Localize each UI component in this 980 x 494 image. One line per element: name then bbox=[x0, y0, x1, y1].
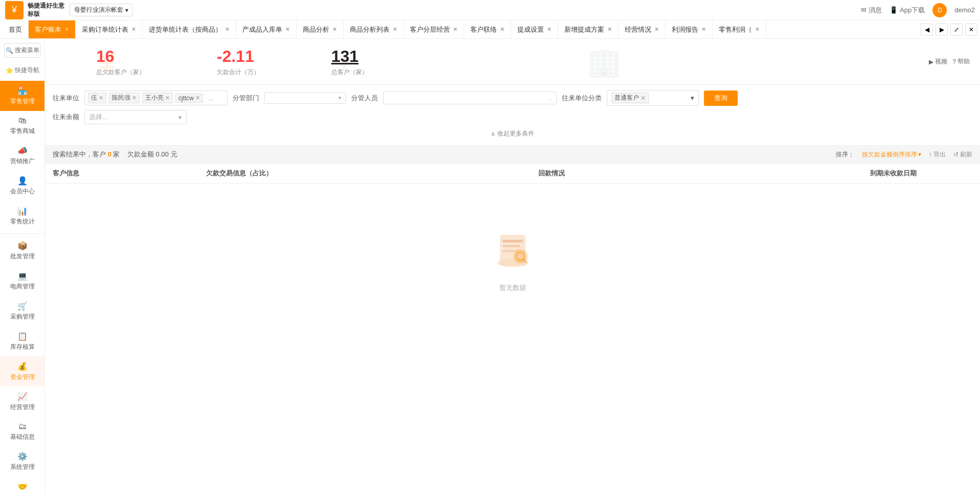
marketing-icon: 📣 bbox=[17, 146, 28, 155]
help-icon: ? bbox=[952, 58, 956, 65]
close-icon[interactable]: ✕ bbox=[500, 26, 505, 33]
play-icon: ▶ bbox=[929, 58, 933, 65]
data-table: 客户信息 欠款交易信息（占比） 回款情况 到期未收款日期 bbox=[45, 164, 980, 494]
sidebar-item-marketing[interactable]: 📣 营销推广 bbox=[0, 141, 44, 171]
sidebar-item-wholesale[interactable]: 📦 批发管理 bbox=[0, 236, 44, 266]
close-icon[interactable]: ✕ bbox=[285, 26, 290, 33]
collapse-button[interactable]: ∧ 收起更多条件 bbox=[53, 127, 972, 140]
sidebar-item-member[interactable]: 👤 会员中心 bbox=[0, 171, 44, 201]
ellipsis-icon: ... bbox=[546, 94, 552, 102]
close-icon[interactable]: ✕ bbox=[547, 26, 552, 33]
remove-tag-wu[interactable]: ✕ bbox=[99, 95, 103, 101]
search-menu-button[interactable]: 🔍 搜索菜单 bbox=[4, 43, 40, 58]
close-icon[interactable]: ✕ bbox=[131, 26, 136, 33]
corp-icon: 🤝 bbox=[17, 482, 28, 491]
close-icon[interactable]: ✕ bbox=[64, 26, 69, 33]
sidebar-item-ecommerce[interactable]: 💻 电商管理 bbox=[0, 266, 44, 296]
chevron-down-icon: ▾ bbox=[178, 114, 182, 121]
nav-right-arrow[interactable]: ▶ bbox=[936, 24, 948, 36]
close-icon[interactable]: ✕ bbox=[332, 26, 337, 33]
sidebar-divider bbox=[0, 233, 44, 234]
close-icon[interactable]: ✕ bbox=[453, 26, 458, 33]
tab-customer-account[interactable]: 客户账本 ✕ bbox=[29, 20, 76, 39]
dept-filter-select[interactable]: ▾ bbox=[264, 92, 346, 104]
tab-product-storage[interactable]: 产成品入库单 ✕ bbox=[236, 20, 297, 39]
results-bar: 搜索结果中，客户 0 家 欠款金额 0.00 元 排序： 按欠款金额倒序排序 ▾… bbox=[45, 146, 980, 164]
avatar[interactable]: D bbox=[932, 3, 947, 17]
tab-new-commission[interactable]: 新增提成方案 ✕ bbox=[558, 20, 619, 39]
amount-filter-select[interactable]: 选择... ▾ bbox=[84, 110, 187, 124]
tab-purchase-order[interactable]: 采购订单统计表 ✕ bbox=[76, 20, 143, 39]
collapse-icon: ∧ bbox=[491, 130, 495, 138]
sidebar-item-purchase[interactable]: 🛒 采购管理 bbox=[0, 296, 44, 326]
unit-filter-tags[interactable]: 伍 ✕ 陈民强 ✕ 王小亮 ✕ cjttcw ✕ ... bbox=[84, 91, 227, 105]
close-icon[interactable]: ✕ bbox=[225, 26, 230, 33]
username: demo2 bbox=[954, 6, 975, 14]
star-icon: ⭐ bbox=[6, 67, 13, 74]
tab-home[interactable]: 首页 bbox=[3, 20, 29, 39]
tab-product-analysis-list[interactable]: 商品分析列表 ✕ bbox=[344, 20, 404, 39]
person-filter-input[interactable]: ... bbox=[383, 92, 557, 104]
sidebar-item-zero-retail[interactable]: 🏪 零售管理 bbox=[0, 81, 44, 111]
remove-tag-chenminqiang[interactable]: ✕ bbox=[132, 95, 136, 101]
logo-area: ¥ 畅捷通好生意 标版 bbox=[5, 1, 64, 19]
top-bar-right: ✉ 消息 📱 App下载 D demo2 bbox=[861, 3, 975, 17]
sort-label: 排序： bbox=[836, 150, 854, 159]
tab-business[interactable]: 经营情况 ✕ bbox=[619, 20, 666, 39]
store-selector[interactable]: 母婴行业演示帐套 ▾ bbox=[70, 4, 133, 16]
sidebar-item-zero-mall[interactable]: 🛍 零售商城 bbox=[0, 111, 44, 141]
help-link[interactable]: ? 帮助 bbox=[952, 57, 970, 66]
sidebar-item-system[interactable]: ⚙️ 系统管理 bbox=[0, 446, 44, 477]
filter-tag-more[interactable]: ... bbox=[206, 94, 216, 102]
nav-expand[interactable]: ⤢ bbox=[950, 24, 963, 36]
tab-incoming-stat[interactable]: 进货单统计表（按商品） ✕ bbox=[143, 20, 236, 39]
sidebar-item-inventory[interactable]: 📋 库存核算 bbox=[0, 326, 44, 356]
close-icon[interactable]: ✕ bbox=[755, 26, 760, 33]
tab-product-analysis[interactable]: 商品分析 ✕ bbox=[297, 20, 344, 39]
tab-profit-report[interactable]: 利润报告 ✕ bbox=[666, 20, 713, 39]
export-button[interactable]: ↑ 导出 bbox=[929, 150, 946, 159]
close-icon[interactable]: ✕ bbox=[654, 26, 659, 33]
table-body: 暂无数据 bbox=[45, 184, 980, 333]
col-payment: 回款情况 bbox=[538, 169, 871, 178]
sort-select[interactable]: 按欠款金额倒序排序 ▾ bbox=[862, 150, 921, 159]
close-icon[interactable]: ✕ bbox=[701, 26, 706, 33]
unit-type-filter-select[interactable]: 普通客户 ✕ ▾ bbox=[607, 90, 699, 106]
unit-type-tag: 普通客户 ✕ bbox=[611, 93, 649, 103]
tab-customer-contact[interactable]: 客户联络 ✕ bbox=[464, 20, 511, 39]
nav-left-arrow[interactable]: ◀ bbox=[921, 24, 933, 36]
nav-close-all[interactable]: ✕ bbox=[965, 24, 977, 36]
results-actions: 排序： 按欠款金额倒序排序 ▾ ↑ 导出 ↺ 刷新 bbox=[836, 150, 972, 159]
fast-nav[interactable]: ⭐ 快捷导航 bbox=[0, 62, 44, 79]
tab-customer-layer[interactable]: 客户分层经营 ✕ bbox=[404, 20, 464, 39]
close-icon[interactable]: ✕ bbox=[393, 26, 397, 33]
tab-retail-profit[interactable]: 零售利润（ ✕ bbox=[713, 20, 766, 39]
refresh-button[interactable]: ↺ 刷新 bbox=[953, 150, 972, 159]
app-download-button[interactable]: 📱 App下载 bbox=[890, 6, 925, 15]
sidebar-item-zero-stat[interactable]: 📊 零售统计 bbox=[0, 201, 44, 231]
close-icon[interactable]: ✕ bbox=[607, 26, 612, 33]
stat-customers-label: 总欠款客户（家） bbox=[96, 68, 145, 77]
remove-tag-cjttcw[interactable]: ✕ bbox=[195, 95, 200, 101]
message-icon: ✉ bbox=[861, 6, 867, 14]
remove-tag-wangxiaoliang[interactable]: ✕ bbox=[165, 95, 170, 101]
sidebar-item-corp[interactable]: 🤝 企业协同 bbox=[0, 477, 44, 494]
message-button[interactable]: ✉ 消息 bbox=[861, 6, 882, 15]
amount-filter-label: 往来余额 bbox=[53, 113, 79, 122]
svg-rect-2 bbox=[503, 240, 523, 242]
col-due-date: 到期未收款日期 bbox=[870, 169, 972, 178]
query-button[interactable]: 查询 bbox=[704, 91, 738, 106]
video-link[interactable]: ▶ 视频 bbox=[929, 57, 947, 66]
tab-commission-setting[interactable]: 提成设置 ✕ bbox=[511, 20, 558, 39]
sidebar-item-operation[interactable]: 📈 经营管理 bbox=[0, 387, 44, 417]
stat-customers2-label: 总客户（家） bbox=[331, 68, 368, 77]
sidebar-item-finance[interactable]: 💰 资金管理 bbox=[0, 356, 44, 387]
remove-unit-type-tag[interactable]: ✕ bbox=[641, 95, 646, 102]
chevron-down-icon: ▾ bbox=[338, 95, 341, 101]
stat-total-customers: 16 总欠款客户（家） bbox=[55, 47, 176, 77]
chevron-down-icon: ▾ bbox=[125, 7, 128, 14]
operation-icon: 📈 bbox=[17, 392, 28, 401]
col-customer-info: 客户信息 bbox=[53, 169, 206, 178]
stat-debt-value: -2.11 bbox=[217, 47, 254, 66]
sidebar-item-base[interactable]: 🗂 基础信息 bbox=[0, 417, 44, 446]
